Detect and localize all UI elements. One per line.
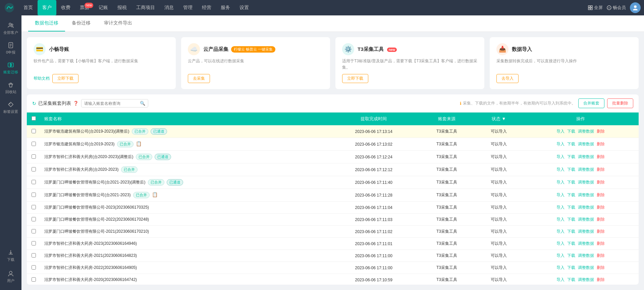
tab-audit-export[interactable]: 审计文件导出 [97,15,139,31]
row-checkbox[interactable] [32,167,36,171]
download-action[interactable]: 下载 [567,229,575,234]
help-doc-link[interactable]: 帮助文档 [34,76,50,81]
delete-action[interactable]: 删除 [597,193,605,197]
sidebar-item-zero-report[interactable]: 0申报 [0,39,21,58]
import-action[interactable]: 导入 [556,229,565,234]
delete-action[interactable]: 删除 [597,217,605,222]
delete-action[interactable]: 删除 [597,129,605,134]
adjust-action[interactable]: 调整数据 [578,142,594,146]
row-checkbox[interactable] [32,217,36,221]
import-action[interactable]: 导入 [556,129,565,134]
import-action[interactable]: 导入 [556,277,565,282]
row-checkbox[interactable] [32,180,36,184]
delete-action[interactable]: 删除 [597,241,605,246]
adjust-action[interactable]: 调整数据 [578,193,594,197]
user-avatar[interactable] [630,2,641,13]
delete-action[interactable]: 删除 [597,229,605,234]
row-checkbox[interactable] [32,265,36,270]
nav-item-settings[interactable]: 设置 [235,0,254,15]
member-button[interactable]: 畅会员 [607,5,626,11]
adjust-action[interactable]: 调整数据 [578,205,594,210]
import-action[interactable]: 导入 [556,154,565,159]
col-status[interactable]: 状态 ▼ [475,113,523,125]
nav-item-manage[interactable]: 管理 [178,0,197,15]
download-action[interactable]: 下载 [567,193,575,197]
sidebar-item-migrate[interactable]: 账套迁移 [0,58,21,78]
download-action[interactable]: 下载 [567,253,575,258]
row-checkbox[interactable] [32,229,36,233]
download-action[interactable]: 下载 [567,142,575,146]
delete-action[interactable]: 删除 [597,277,605,282]
row-checkbox[interactable] [32,129,36,133]
nav-item-message[interactable]: 消息 [160,0,178,15]
nav-item-customer[interactable]: 客户 [38,0,56,15]
import-action[interactable]: 导入 [556,217,565,222]
search-icon[interactable]: 🔍 [140,101,145,106]
sidebar-item-user[interactable]: 用户 [7,267,14,287]
nav-item-home[interactable]: 首页 [19,0,38,15]
sidebar-item-recycle[interactable]: 回收站 [0,78,21,98]
import-action[interactable]: 导入 [556,205,565,210]
sidebar-item-all-customers[interactable]: 全部客户 [0,19,21,39]
nav-item-billing[interactable]: 收费 [56,0,75,15]
adjust-action[interactable]: 调整数据 [578,154,594,159]
row-checkbox[interactable] [32,277,36,282]
nav-item-tax[interactable]: 报税 [113,0,131,15]
import-action[interactable]: 导入 [556,180,565,185]
sidebar-item-download[interactable]: 下载 [7,246,14,266]
adjust-action[interactable]: 调整数据 [578,129,594,134]
adjust-action[interactable]: 调整数据 [578,229,594,234]
adjust-action[interactable]: 调整数据 [578,277,594,282]
import-action[interactable]: 导入 [556,265,565,270]
row-checkbox[interactable] [32,193,36,197]
nav-item-invoice[interactable]: 票据 new [75,0,94,15]
select-all-checkbox[interactable] [32,116,36,121]
import-action[interactable]: 导入 [556,241,565,246]
adjust-action[interactable]: 调整数据 [578,180,594,185]
adjust-action[interactable]: 调整数据 [578,167,594,172]
batch-delete-button[interactable]: 批量删除 [607,98,633,108]
merge-button[interactable]: 合并账套 [578,98,604,108]
delete-action[interactable]: 删除 [597,154,605,159]
download-now-button-3[interactable]: 立即下载 [342,74,368,83]
nav-item-business[interactable]: 工商项目 [131,0,160,15]
delete-action[interactable]: 删除 [597,253,605,258]
sidebar-item-tags[interactable]: 标签设置 [0,98,21,118]
fullscreen-button[interactable]: 全屏 [588,5,603,11]
delete-action[interactable]: 删除 [597,167,605,172]
row-checkbox[interactable] [32,241,36,245]
download-action[interactable]: 下载 [567,154,575,159]
adjust-action[interactable]: 调整数据 [578,253,594,258]
import-action[interactable]: 导入 [556,193,565,197]
header-checkbox[interactable] [27,113,40,125]
go-collect-button[interactable]: 去采集 [188,74,210,83]
nav-item-bookkeeping[interactable]: 记账 [94,0,113,15]
tab-backup-migration[interactable]: 备份迁移 [65,15,97,31]
go-import-button[interactable]: 去导入 [496,74,519,83]
download-action[interactable]: 下载 [567,241,575,246]
row-checkbox[interactable] [32,253,36,258]
row-checkbox[interactable] [32,205,36,209]
delete-action[interactable]: 删除 [597,142,605,146]
row-checkbox[interactable] [32,142,36,146]
row-checkbox[interactable] [32,154,36,159]
download-action[interactable]: 下载 [567,277,575,282]
nav-item-operation[interactable]: 经营 [197,0,216,15]
import-action[interactable]: 导入 [556,253,565,258]
download-action[interactable]: 下载 [567,129,575,134]
adjust-action[interactable]: 调整数据 [578,265,594,270]
nav-item-service[interactable]: 服务 [216,0,235,15]
search-input[interactable] [84,101,138,106]
download-action[interactable]: 下载 [567,167,575,172]
import-action[interactable]: 导入 [556,167,565,172]
download-action[interactable]: 下载 [567,205,575,210]
adjust-action[interactable]: 调整数据 [578,241,594,246]
import-action[interactable]: 导入 [556,142,565,146]
tab-data-migration[interactable]: 数据包迁移 [28,15,65,31]
download-action[interactable]: 下载 [567,217,575,222]
refresh-icon[interactable]: ↻ [32,101,36,106]
download-action[interactable]: 下载 [567,265,575,270]
delete-action[interactable]: 删除 [597,205,605,210]
delete-action[interactable]: 删除 [597,180,605,185]
adjust-action[interactable]: 调整数据 [578,217,594,222]
